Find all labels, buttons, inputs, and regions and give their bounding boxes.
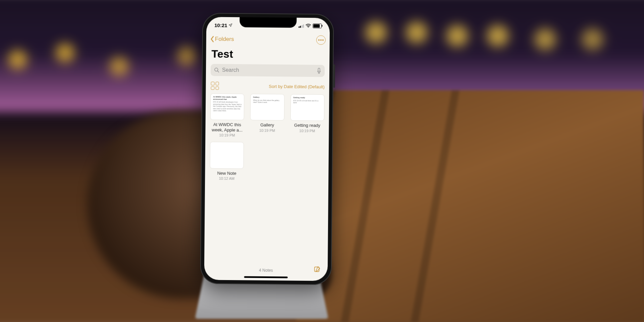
nav-bar: Folders	[206, 32, 330, 47]
note-thumbnail	[210, 142, 244, 169]
note-title: New Note	[217, 170, 236, 176]
note-preview-title	[213, 144, 241, 145]
note-time: 10:19 PM	[219, 133, 235, 137]
bottom-toolbar: 4 Notes	[204, 260, 328, 281]
screen: 10:21 Folders	[204, 17, 330, 281]
note-card[interactable]: Gallery What do you think about the gall…	[250, 94, 284, 138]
dictate-icon[interactable]	[317, 68, 321, 74]
back-label: Folders	[215, 36, 234, 43]
svg-point-1	[215, 68, 218, 71]
iphone-frame: 10:21 Folders	[200, 13, 334, 285]
view-sort-row: Sort by Date Edited (Default)	[211, 82, 325, 91]
note-title: Gallery	[260, 122, 274, 128]
status-right	[299, 23, 322, 29]
back-button[interactable]: Folders	[210, 36, 234, 43]
note-preview-title: At WWDC this week, Apple announced that	[213, 96, 241, 101]
status-time: 10:21	[214, 22, 227, 28]
compose-button[interactable]	[314, 265, 321, 273]
svg-point-0	[308, 27, 309, 28]
status-left: 10:21	[214, 22, 233, 28]
note-preview-body	[213, 145, 241, 145]
search-input[interactable]	[221, 67, 315, 74]
note-thumbnail: At WWDC this week, Apple announced that …	[210, 94, 245, 120]
svg-line-2	[218, 71, 219, 72]
page-title: Test	[211, 48, 233, 61]
note-preview-title: Gallery	[253, 96, 282, 99]
battery-icon	[313, 23, 322, 28]
wifi-icon	[306, 24, 311, 28]
location-icon	[229, 23, 233, 27]
chevron-left-icon	[210, 36, 214, 43]
ellipsis-icon	[318, 40, 324, 41]
notch	[239, 17, 297, 28]
note-preview-body: What do you think about the gallery view…	[253, 99, 282, 104]
notes-grid: At WWDC this week, Apple announced that …	[209, 94, 324, 261]
note-card[interactable]: New Note 10:12 AM	[210, 142, 244, 181]
note-time: 10:12 AM	[219, 176, 235, 180]
search-icon	[214, 67, 219, 73]
note-thumbnail: Gallery What do you think about the gall…	[250, 94, 284, 121]
note-time: 10:19 PM	[259, 128, 275, 132]
note-title: At WWDC this week, Apple a...	[210, 122, 244, 133]
gallery-view-button[interactable]	[211, 82, 219, 90]
note-preview-body: iOS 13 will block developers from access…	[213, 101, 242, 112]
note-title: Getting ready	[294, 123, 320, 128]
sort-button[interactable]: Sort by Date Edited (Default)	[269, 84, 324, 89]
note-preview-body: iOS 13 iOS 13 look here and it's a done	[293, 99, 322, 104]
notes-count: 4 Notes	[259, 268, 273, 273]
home-indicator[interactable]	[244, 276, 288, 278]
note-thumbnail: Getting ready iOS 13 iOS 13 look here an…	[290, 94, 324, 121]
note-card[interactable]: Getting ready iOS 13 iOS 13 look here an…	[290, 94, 324, 138]
search-field[interactable]	[211, 64, 325, 77]
note-time: 10:19 PM	[299, 129, 315, 133]
more-button[interactable]	[316, 35, 326, 45]
background-desk	[296, 90, 644, 322]
note-card[interactable]: At WWDC this week, Apple announced that …	[210, 94, 244, 138]
note-preview-title: Getting ready	[293, 97, 322, 99]
cellular-icon	[299, 24, 304, 28]
svg-rect-3	[318, 68, 320, 71]
